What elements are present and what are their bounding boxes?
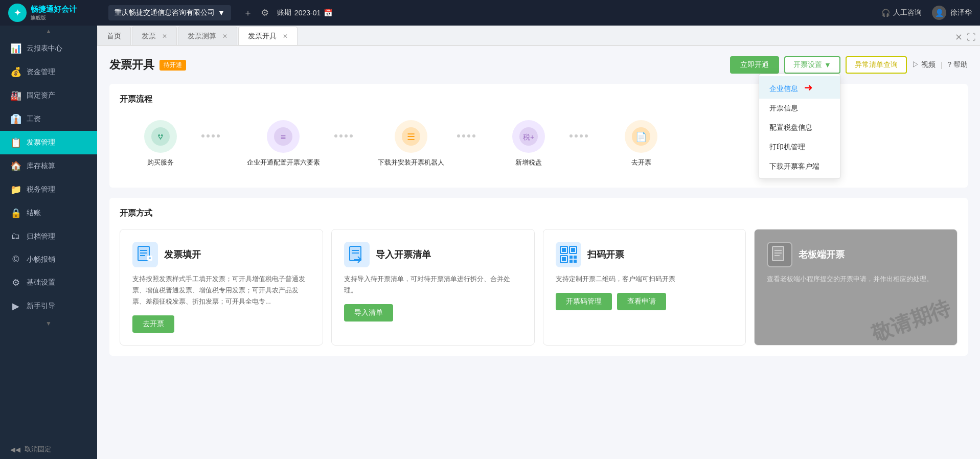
period-area: 账期 2023-01 📅 xyxy=(277,8,332,17)
flow-step-5: 📄 去开票 xyxy=(600,120,682,167)
tab-invoice[interactable]: 发票 ✕ xyxy=(132,27,177,45)
consultant-btn[interactable]: 🎧 人工咨询 xyxy=(881,8,922,17)
sidebar-label: 发票管理 xyxy=(27,138,55,147)
activate-button[interactable]: 立即开通 xyxy=(730,56,779,74)
card-import-title: 导入开票清单 xyxy=(376,248,431,261)
card-manual-btn[interactable]: 去开票 xyxy=(132,315,174,333)
sidebar-item-close-account[interactable]: 🔒 结账 xyxy=(0,201,97,225)
help-button[interactable]: ? 帮助 xyxy=(947,60,968,70)
card-import-desc: 支持导入待开票清单，可对待开票清单进行拆分、合并处理。 xyxy=(344,273,522,296)
flow-step-icon-3: ☰ xyxy=(395,120,427,153)
sidebar-label: 税务管理 xyxy=(27,185,55,194)
company-selector[interactable]: 重庆畅捷交通信息咨询有限公司 ▼ xyxy=(108,5,231,20)
pin-label: 取消固定 xyxy=(25,445,51,454)
tab-invoice-open[interactable]: 发票开具 ✕ xyxy=(238,27,298,45)
tab-invoice-open-close[interactable]: ✕ xyxy=(283,33,288,40)
sidebar-item-guide[interactable]: ▶ 新手引导 xyxy=(0,294,97,318)
connector-4 xyxy=(569,134,600,137)
top-bar: ✦ 畅捷通好会计 旗舰版 重庆畅捷交通信息咨询有限公司 ▼ ＋ ⚙ 账期 202… xyxy=(0,0,980,26)
add-button[interactable]: ＋ xyxy=(243,7,253,19)
query-button[interactable]: 异常清单查询 xyxy=(846,56,907,74)
sidebar-item-settings[interactable]: ⚙ 基础设置 xyxy=(0,271,97,294)
svg-rect-28 xyxy=(562,257,566,261)
tab-home-label: 首页 xyxy=(107,32,121,41)
calendar-icon[interactable]: 📅 xyxy=(324,9,332,17)
tab-invoice-close[interactable]: ✕ xyxy=(162,33,167,40)
sidebar-item-archive[interactable]: 🗂 归档管理 xyxy=(0,225,97,248)
tab-close-btn[interactable]: ✕ xyxy=(955,32,963,43)
salary-icon: 👔 xyxy=(10,113,21,125)
dropdown-company-label: 企业信息 xyxy=(769,84,798,93)
tax-icon: 📁 xyxy=(10,184,21,195)
card-qr-btn2[interactable]: 查看申请 xyxy=(617,293,666,310)
card-import-btn[interactable]: 导入清单 xyxy=(344,304,393,322)
user-area[interactable]: 👤 徐泽华 xyxy=(932,6,972,20)
connector-3 xyxy=(457,134,488,137)
dropdown-item-tax-config[interactable]: 配置税盘信息 xyxy=(759,118,840,137)
sidebar-label: 库存核算 xyxy=(27,162,55,171)
dropdown-item-download[interactable]: 下载开票客户端 xyxy=(759,157,840,176)
dropdown-item-company[interactable]: 企业信息 ➜ xyxy=(759,76,840,99)
guide-icon: ▶ xyxy=(10,301,21,312)
dropdown-invoice-info-label: 开票信息 xyxy=(769,104,798,112)
sidebar-scroll-down[interactable]: ▼ xyxy=(0,318,97,329)
sidebar-pin-btn[interactable]: ◀◀ 取消固定 xyxy=(0,440,97,459)
finance-icon: 💰 xyxy=(10,66,21,78)
sidebar-label: 小畅报销 xyxy=(27,255,55,264)
flow-step-2: ≡ 企业开通配置开票六要素 xyxy=(232,120,334,167)
flow-step-icon-4: 税+ xyxy=(512,120,545,153)
expense-icon: © xyxy=(10,254,21,265)
sidebar-item-expense[interactable]: © 小畅报销 xyxy=(0,248,97,271)
sidebar-item-tax[interactable]: 📁 税务管理 xyxy=(0,178,97,201)
page-actions: 立即开通 开票设置 ▼ 企业信息 ➜ 开票信息 xyxy=(730,56,968,74)
tab-expand-btn[interactable]: ⛶ xyxy=(967,32,976,43)
dropdown-item-printer[interactable]: 打印机管理 xyxy=(759,137,840,157)
tab-invoice-calc-close[interactable]: ✕ xyxy=(222,33,227,40)
logo-main: 畅捷通好会计 xyxy=(31,5,77,14)
watermark: 敬请期待 xyxy=(868,294,954,346)
connector-1 xyxy=(201,134,232,137)
flow-step-label-1: 购买服务 xyxy=(147,158,174,167)
card-qr-header: 扫码开票 xyxy=(556,242,734,267)
settings-button[interactable]: 开票设置 ▼ xyxy=(784,56,840,74)
sidebar-item-cloud-report[interactable]: 📊 云报表中心 xyxy=(0,37,97,60)
tab-home[interactable]: 首页 xyxy=(97,27,131,45)
flow-step-icon-1: ♥ + xyxy=(144,120,177,153)
sidebar-label: 工资 xyxy=(27,114,41,124)
svg-text:☰: ☰ xyxy=(407,132,415,142)
logo-sub: 旗舰版 xyxy=(31,14,77,21)
tab-invoice-calc[interactable]: 发票测算 ✕ xyxy=(178,27,237,45)
svg-text:+: + xyxy=(158,132,163,140)
tab-invoice-open-label: 发票开具 xyxy=(248,32,277,41)
video-button[interactable]: ▷ 视频 xyxy=(912,60,936,70)
settings-button[interactable]: ⚙ xyxy=(261,7,269,18)
card-qr-title: 扫码开票 xyxy=(587,248,624,261)
card-import-header: 导入开票清单 xyxy=(344,242,522,267)
chevron-down-icon: ▼ xyxy=(824,61,831,69)
fixed-assets-icon: 🏭 xyxy=(10,90,21,101)
page-title: 发票开具 xyxy=(109,57,154,73)
consultant-label: 人工咨询 xyxy=(893,8,922,17)
card-qr-icon xyxy=(556,242,581,267)
sidebar-item-finance[interactable]: 💰 资金管理 xyxy=(0,60,97,84)
sidebar-label: 基础设置 xyxy=(27,278,55,287)
sidebar-item-fixed-assets[interactable]: 🏭 固定资产 xyxy=(0,84,97,107)
cloud-report-icon: 📊 xyxy=(10,43,21,54)
svg-rect-31 xyxy=(569,260,573,263)
sidebar-item-invoice[interactable]: 📋 发票管理 xyxy=(0,131,97,154)
dropdown-item-invoice-info[interactable]: 开票信息 xyxy=(759,99,840,118)
sidebar-item-inventory[interactable]: 🏠 库存核算 xyxy=(0,154,97,178)
card-qr-btn1[interactable]: 开票码管理 xyxy=(556,293,612,310)
settings-dropdown-container: 开票设置 ▼ 企业信息 ➜ 开票信息 配置税盘信息 xyxy=(784,56,840,74)
sidebar-item-salary[interactable]: 👔 工资 xyxy=(0,107,97,131)
card-manual-title: 发票填开 xyxy=(164,248,201,261)
period-value: 2023-01 xyxy=(294,9,321,17)
flow-step-icon-2: ≡ xyxy=(267,120,300,153)
archive-icon: 🗂 xyxy=(10,231,21,242)
user-name: 徐泽华 xyxy=(950,8,972,17)
svg-rect-32 xyxy=(574,260,577,263)
sidebar-scroll-up[interactable]: ▲ xyxy=(0,26,97,37)
svg-text:≡: ≡ xyxy=(281,132,286,142)
flow-step-label-4: 新增税盘 xyxy=(515,158,542,167)
card-manual-header: ≡ 发票填开 xyxy=(132,242,310,267)
